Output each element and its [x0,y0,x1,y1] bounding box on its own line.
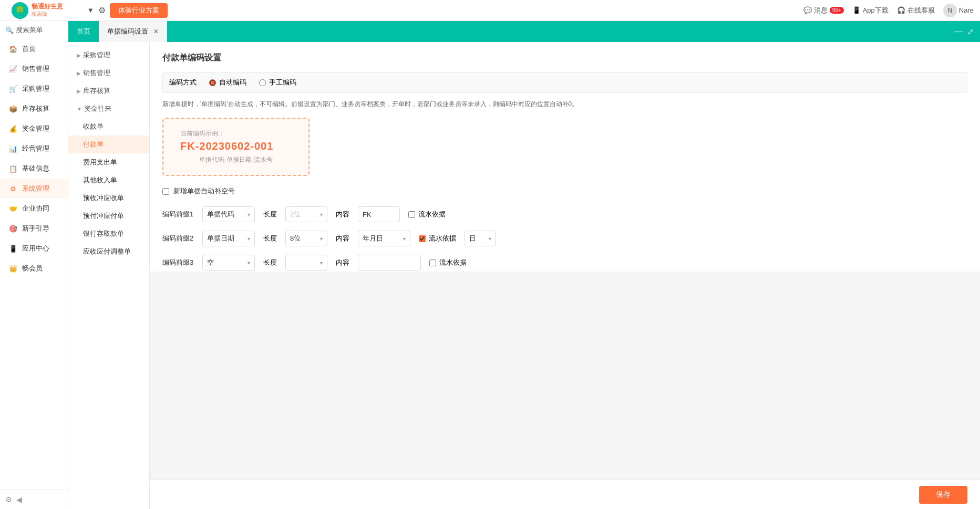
stream3-checkbox[interactable] [429,259,436,266]
sidebar-collapse-button[interactable]: ◀ [16,495,22,504]
second-sidebar-receipts-label: 收款单 [83,122,104,131]
preview-desc: 单据代码-单据日期-流水号 [180,155,292,164]
topbar-nav: ▼ ⚙ 体验行业方案 [87,3,168,18]
message-item[interactable]: 💬 消息 99+ [803,6,844,15]
main-wrapper: 首页 单据编码设置 ✕ — ⤢ ▶ 采购管理 ▶ 销售管理 ▶ 库存核算 [68,21,980,509]
second-sidebar-bank[interactable]: 银行存取款单 [68,225,149,243]
logo-icon: 🍀 [12,2,28,19]
prefix3-value: 空 [207,258,214,267]
search-menu[interactable]: 🔍 搜索菜单 [0,21,68,39]
sidebar-item-member[interactable]: 👑 畅会员 [0,258,68,278]
manual-encoding-radio[interactable] [259,79,266,86]
sidebar-item-label: 应用中心 [22,244,49,253]
prefix2-select[interactable]: 单据日期 ▾ [202,231,255,246]
tab-encoding[interactable]: 单据编码设置 ✕ [99,21,167,42]
chevron-down-icon: ▼ [77,106,82,112]
prefix3-select[interactable]: 空 ▾ [202,255,255,271]
sidebar-item-guide[interactable]: 🎯 新手引导 [0,219,68,238]
second-sidebar-advance-receivable[interactable]: 预收冲应收单 [68,189,149,207]
content1-input[interactable] [358,206,400,222]
encoding-method-row: 编码方式 自动编码 手工编码 [162,72,967,93]
sales-icon: 📈 [8,64,18,74]
content2-select[interactable]: 年月日 ▾ [358,231,410,246]
tab-encoding-close[interactable]: ✕ [153,28,159,35]
length3-label: 长度 [263,258,277,267]
chevron-right-icon: ▶ [77,53,81,58]
avatar: N [943,4,957,17]
chevron-down-icon: ▾ [320,236,323,242]
settings-icon[interactable]: ⚙ [98,5,106,15]
second-sidebar-expenses[interactable]: 费用支出单 [68,153,149,171]
auto-encoding-radio[interactable] [209,79,216,86]
auto-fill-row: 新增单据自动补空号 [162,186,967,196]
sidebar-item-sales[interactable]: 📈 销售管理 [0,59,68,79]
sidebar: 🔍 搜索菜单 🏠 首页 📈 销售管理 🛒 采购管理 📦 库存核算 💰 资金管理 … [0,0,68,509]
phone-icon: 📱 [852,6,861,14]
content3-input[interactable] [358,255,421,271]
apps-icon: 📱 [8,244,18,253]
second-sidebar-purchase[interactable]: ▶ 采购管理 [68,46,149,64]
second-sidebar-receipts[interactable]: 收款单 [68,118,149,136]
online-service-item[interactable]: 🎧 在线客服 [897,6,935,15]
second-sidebar-other-income[interactable]: 其他收入单 [68,171,149,189]
manual-encoding-option[interactable]: 手工编码 [259,78,296,87]
logo-sub: 拓店版 [32,11,63,18]
auto-fill-checkbox[interactable] [162,188,169,195]
enterprise-icon: 🤝 [8,204,18,213]
try-button[interactable]: 体验行业方案 [110,3,168,18]
length2-select[interactable]: 8位 ▾ [285,231,327,246]
form-area: 付款单编码设置 编码方式 自动编码 手工编码 新增单据时，'单据编码'自动生成，… [150,42,980,272]
second-sidebar-inventory[interactable]: ▶ 库存核算 [68,82,149,100]
sidebar-item-enterprise[interactable]: 🤝 企业协同 [0,199,68,219]
sidebar-item-label: 经营管理 [22,144,49,153]
stream2-checkbox-row: 流水依据 [419,234,456,243]
stream1-checkbox-row: 流水依据 [408,210,446,219]
auto-encoding-option[interactable]: 自动编码 [209,78,246,87]
stream1-checkbox[interactable] [408,211,415,218]
chevron-down-icon: ▾ [489,236,491,242]
stream2-checkbox[interactable] [419,235,426,242]
sidebar-item-apps[interactable]: 📱 应用中心 [0,238,68,258]
auto-fill-label: 新增单据自动补空号 [173,186,235,196]
second-sidebar-payments-label: 付款单 [83,140,104,149]
second-sidebar-capital[interactable]: ▼ 资金往来 [68,100,149,118]
headset-icon: 🎧 [897,6,905,14]
info-text: 新增单据时，'单据编码'自动生成，不可编辑。前缀设置为部门、业务员等档案类，开单… [162,99,967,109]
nav-dropdown[interactable]: ▼ [87,6,94,14]
tab-home[interactable]: 首页 [68,21,99,42]
sidebar-item-label: 资金管理 [22,124,49,133]
user-avatar[interactable]: N Nare [943,4,974,17]
sidebar-item-purchase[interactable]: 🛒 采购管理 [0,79,68,99]
sidebar-item-operations[interactable]: 📊 经营管理 [0,139,68,159]
sidebar-item-home[interactable]: 🏠 首页 [0,39,68,59]
chevron-down-icon: ▾ [247,212,250,217]
prefix-row-2: 编码前缀2 单据日期 ▾ 长度 8位 ▾ 内容 年月日 ▾ [162,231,967,246]
stream2-unit-select[interactable]: 日 ▾ [465,231,496,246]
app-download-item[interactable]: 📱 App下载 [852,6,889,15]
prefix1-select[interactable]: 单据代码 ▾ [202,206,255,222]
second-sidebar-payments[interactable]: 付款单 [68,136,149,153]
stream3-label: 流水依据 [439,258,467,267]
prefix2-value: 单据日期 [207,234,234,243]
sidebar-settings-button[interactable]: ⚙ [5,495,12,504]
chevron-down-icon: ▾ [320,212,323,217]
save-button[interactable]: 保存 [919,486,967,504]
tab-encoding-label: 单据编码设置 [107,27,148,36]
preview-code: FK-20230602-001 [180,140,292,152]
chevron-right-icon: ▶ [77,88,81,94]
sidebar-item-inventory[interactable]: 📦 库存核算 [0,99,68,119]
sidebar-bottom: ⚙ ◀ [0,490,68,509]
tab-minimize-icon[interactable]: — [954,27,963,36]
tab-maximize-icon[interactable]: ⤢ [967,27,974,37]
second-sidebar-sales[interactable]: ▶ 销售管理 [68,64,149,82]
message-label: 消息 [814,6,828,15]
sidebar-item-basic[interactable]: 📋 基础信息 [0,159,68,179]
sidebar-item-system[interactable]: ⚙ 系统管理 [0,179,68,199]
second-sidebar-adjust[interactable]: 应收应付调整单 [68,243,149,261]
length1-select[interactable]: 2位 ▾ [285,206,327,222]
length3-select[interactable]: ▾ [285,255,327,271]
sidebar-item-finance[interactable]: 💰 资金管理 [0,119,68,139]
stream3-checkbox-row: 流水依据 [429,258,467,267]
sidebar-item-label: 系统管理 [22,184,49,193]
second-sidebar-advance-payable[interactable]: 预付冲应付单 [68,207,149,225]
